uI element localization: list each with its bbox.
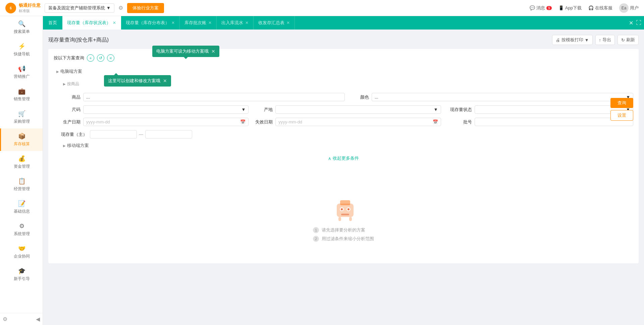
size-dropdown-icon: ▼: [241, 107, 246, 112]
system-selector[interactable]: 装备及固定资产辅助管理系统 ▼: [45, 3, 114, 13]
settings-gear-icon[interactable]: ⚙: [118, 5, 123, 11]
user-initial: Ea: [622, 6, 627, 10]
top-bar-left: 6 畅通好生意 标准版 装备及固定资产辅助管理系统 ▼ ⚙ 体验行业方案: [5, 2, 164, 13]
quick-nav-icon: ⚡: [18, 43, 25, 50]
search-buttons: 查询 设置: [610, 98, 633, 121]
sidebar-item-quick-nav[interactable]: ⚡ 快捷导航: [0, 39, 43, 61]
header-actions: 🖨 按模板打印 ▼ ↑ 导出 ↻ 刷新: [552, 35, 639, 45]
sidebar-item-purchase[interactable]: 🛒 采购管理: [0, 106, 43, 128]
sidebar-item-operations[interactable]: 📋 经营管理: [0, 173, 43, 196]
tab-home[interactable]: 首页: [43, 20, 62, 26]
sidebar-item-newbie[interactable]: 🎓 新手引导: [0, 263, 43, 286]
sidebar-label-inventory: 库存核算: [14, 141, 30, 147]
tooltip-create-scheme: 这里可以创建和修改方案哦 ✕: [104, 75, 171, 87]
scheme-mobile-item[interactable]: ▶ 移动端方案: [60, 141, 633, 150]
stock-status-select[interactable]: ▼: [475, 105, 633, 114]
tooltip-desktop-scheme: 电脑方案可设为移动方案哦 ✕: [152, 46, 219, 57]
refresh-scheme-btn[interactable]: ↺: [97, 54, 104, 62]
purchase-icon: 🛒: [18, 110, 25, 117]
tab-collect-summary-label: 收发存汇总表: [258, 20, 284, 26]
expire-date-label: 失效日期: [253, 119, 273, 125]
svg-rect-8: [341, 214, 349, 215]
expire-date-input[interactable]: yyyy-mm-dd 📅: [275, 118, 441, 126]
tab-inventory-status[interactable]: 现存量（库存状况表） ✕: [62, 16, 121, 30]
tab-batch-account-close[interactable]: ✕: [208, 20, 212, 25]
tooltip-close-icon[interactable]: ✕: [211, 49, 215, 54]
size-label: 尺码: [60, 107, 80, 113]
basic-info-icon: 📝: [18, 200, 25, 207]
sidebar-item-enterprise[interactable]: 🤝 企业协同: [0, 241, 43, 263]
filter-field-expire-group: 失效日期 yyyy-mm-dd 📅: [253, 118, 441, 126]
notification-item[interactable]: 💬 消息 9: [530, 5, 552, 11]
tab-inout-flow-close[interactable]: ✕: [245, 20, 249, 25]
tab-inventory-dist-close[interactable]: ✕: [171, 20, 175, 25]
filter-row-1: 商品 ... 颜色 ... ▼: [60, 93, 633, 101]
app-download-item[interactable]: 📱 App下载: [558, 5, 582, 11]
produce-date-input[interactable]: yyyy-mm-dd 📅: [83, 118, 249, 126]
sidebar: 🔍 搜索菜单 ⚡ 快捷导航 📢 营销推广 💼 销售管理 🛒 采购管理: [0, 16, 43, 325]
tab-inout-flow[interactable]: 出入库流水 ✕: [217, 16, 254, 30]
expire-date-placeholder: yyyy-mm-dd: [278, 119, 302, 124]
tip-num-1: 1: [313, 227, 319, 233]
sidebar-item-inventory[interactable]: 📦 库存核算: [0, 128, 43, 151]
reset-btn[interactable]: 设置: [610, 110, 633, 121]
sidebar-item-system[interactable]: ⚙ 系统管理: [0, 218, 43, 241]
filter-label: 按以下方案查询: [54, 55, 84, 61]
sidebar-collapse-icon[interactable]: ◀: [36, 316, 40, 322]
origin-select[interactable]: ▼: [275, 105, 441, 114]
online-service-item[interactable]: 🎧 在线客服: [588, 5, 612, 11]
notification-label: 消息: [536, 5, 545, 11]
inventory-icon: 📦: [18, 132, 25, 140]
tab-close-all-icon[interactable]: ✕: [629, 20, 633, 26]
filter-field-origin-group: 产地 ▼: [253, 105, 441, 114]
scheme-container: ▶ 电脑端方案 这里可以创建和修改方案哦 ✕: [54, 66, 633, 77]
sidebar-item-finance[interactable]: 💰 资金管理: [0, 151, 43, 173]
tab-collect-summary-close[interactable]: ✕: [286, 20, 290, 25]
tab-fullscreen-icon[interactable]: ⛶: [636, 20, 641, 26]
sidebar-bottom-settings-icon[interactable]: ⚙: [3, 316, 7, 322]
refresh-btn[interactable]: ↻ 刷新: [618, 35, 639, 45]
sidebar-menu: 🔍 搜索菜单 ⚡ 快捷导航 📢 营销推广 💼 销售管理 🛒 采购管理: [0, 16, 43, 313]
dropdown-arrow-icon2: ▼: [585, 38, 589, 43]
stock-qty-max-input[interactable]: [145, 130, 192, 139]
tab-batch-account[interactable]: 库存批次账 ✕: [180, 16, 217, 30]
svg-rect-9: [338, 217, 341, 221]
tab-inventory-status-close[interactable]: ✕: [113, 20, 116, 25]
headset-icon: 🎧: [588, 5, 594, 10]
template-print-btn[interactable]: 🖨 按模板打印 ▼: [552, 35, 593, 45]
goods-dots: ...: [86, 95, 90, 100]
app-download-label: App下载: [565, 5, 582, 11]
sidebar-bottom: ⚙ ◀: [0, 313, 43, 325]
tab-inout-flow-label: 出入库流水: [221, 20, 243, 26]
sidebar-item-sales[interactable]: 💼 销售管理: [0, 84, 43, 106]
size-select[interactable]: ▼: [83, 105, 249, 114]
notification-badge: 9: [546, 6, 552, 10]
batch-input[interactable]: [475, 118, 633, 126]
stock-qty-min-input[interactable]: [90, 130, 137, 139]
collapse-btn[interactable]: ∧ 收起更多条件: [328, 155, 359, 161]
trial-btn[interactable]: 体验行业方案: [127, 3, 164, 13]
page-content: 现存量查询(按仓库+商品) 🖨 按模板打印 ▼ ↑ 导出 ↻: [43, 30, 644, 325]
sidebar-item-search-menu[interactable]: 🔍 搜索菜单: [0, 16, 43, 39]
scheme-desktop-item[interactable]: ▶ 电脑端方案: [54, 67, 633, 76]
user-label: 用户: [630, 5, 639, 11]
marketing-icon: 📢: [18, 65, 25, 72]
search-menu-icon: 🔍: [18, 20, 25, 28]
template-print-icon: 🖨: [556, 38, 560, 43]
add-scheme-btn[interactable]: ＋: [87, 54, 94, 62]
tab-actions: ✕ ⛶: [626, 20, 644, 26]
prev-scheme-btn[interactable]: «: [107, 54, 114, 62]
search-btn[interactable]: 查询: [610, 98, 633, 108]
export-btn[interactable]: ↑ 导出: [595, 35, 615, 45]
user-avatar-item[interactable]: Ea 用户: [619, 3, 639, 13]
goods-field[interactable]: ...: [83, 93, 345, 101]
sidebar-item-marketing[interactable]: 📢 营销推广: [0, 61, 43, 84]
tab-inventory-dist[interactable]: 现存量（库存分布表） ✕: [121, 16, 180, 30]
svg-point-6: [341, 208, 343, 210]
export-icon: ↑: [599, 38, 601, 43]
sidebar-item-basic-info[interactable]: 📝 基础信息: [0, 196, 43, 218]
scheme-mobile-label: 移动端方案: [67, 143, 89, 149]
tooltip-create-close-icon[interactable]: ✕: [163, 78, 167, 84]
color-select[interactable]: ... ▼: [372, 93, 633, 101]
tab-collect-summary[interactable]: 收发存汇总表 ✕: [254, 16, 295, 30]
